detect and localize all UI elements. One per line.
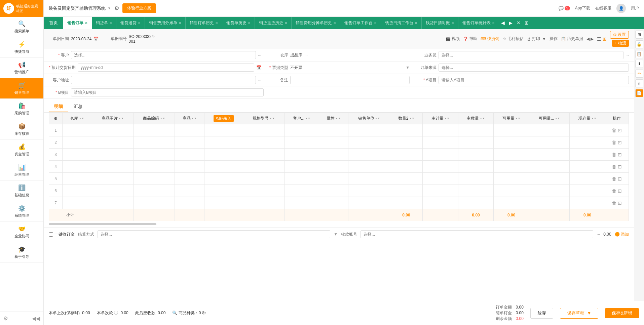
table-cell[interactable] <box>134 149 175 161</box>
table-cell[interactable] <box>92 149 133 161</box>
table-cell[interactable] <box>319 136 348 149</box>
a-project-input[interactable] <box>439 76 629 84</box>
table-cell[interactable] <box>423 149 458 161</box>
detail-tab-汇总[interactable]: 汇总 <box>68 101 88 112</box>
delete-row-icon[interactable]: 🗑 <box>612 128 616 133</box>
table-cell[interactable] <box>204 173 243 185</box>
sort-icons[interactable]: ▲▼ <box>515 117 521 120</box>
table-cell[interactable] <box>63 149 92 161</box>
table-cell[interactable] <box>570 197 605 209</box>
table-cell[interactable] <box>285 149 319 161</box>
table-cell[interactable] <box>92 197 133 209</box>
table-cell[interactable] <box>175 173 204 185</box>
col-header-属性[interactable]: 属性▲▼ <box>319 113 348 124</box>
nav-tab-close[interactable]: ✕ <box>333 21 336 25</box>
table-cell[interactable] <box>285 185 319 197</box>
table-cell[interactable] <box>348 124 390 136</box>
table-cell[interactable] <box>175 124 204 136</box>
table-cell[interactable] <box>494 197 529 209</box>
row-action[interactable]: 🗑⊡ <box>605 149 629 161</box>
nav-tab-close[interactable]: ✕ <box>451 21 454 25</box>
table-cell[interactable] <box>529 173 569 185</box>
settings-gear-icon[interactable]: ⚙ <box>114 5 119 11</box>
table-cell[interactable] <box>243 197 284 209</box>
sort-icons[interactable]: ▲▼ <box>305 117 310 120</box>
nav-tab-close[interactable]: ✕ <box>109 21 112 25</box>
shortcut-btn[interactable]: ⌨快捷键 <box>481 36 499 42</box>
table-cell[interactable] <box>423 136 458 149</box>
order-source-input[interactable] <box>439 64 629 72</box>
sort-icons[interactable]: ▲▼ <box>409 117 414 120</box>
next-page-icon[interactable]: ▶ <box>591 37 594 41</box>
table-cell[interactable] <box>92 173 133 185</box>
nav-tab-销货退货历史[interactable]: 销货退货历史 ✕ <box>255 17 292 29</box>
detail-tab-明细[interactable]: 明细 <box>49 101 68 112</box>
system-title-bar[interactable]: 装备及固定资产辅助管理系统 ▼ <box>49 5 111 11</box>
settlement-dropdown-icon[interactable]: ▼ <box>334 232 338 237</box>
one-click-settlement-label[interactable]: 一键收订金 <box>49 232 75 237</box>
sort-icons[interactable]: ▲▼ <box>335 117 341 120</box>
nav-tab-close[interactable]: ✕ <box>374 21 377 25</box>
table-cell[interactable] <box>348 149 390 161</box>
nav-tab-销货单历史[interactable]: 销货单历史 ✕ <box>222 17 255 29</box>
invoice-dropdown-arrow[interactable]: ▼ <box>406 65 410 70</box>
table-cell[interactable] <box>529 149 569 161</box>
table-cell[interactable] <box>458 161 494 173</box>
sidebar-item-基础信息[interactable]: ℹ️基础信息 <box>0 181 43 201</box>
table-cell[interactable] <box>134 161 175 173</box>
nav-tab-home[interactable]: 首页 <box>44 17 63 29</box>
customer-dots[interactable]: ··· <box>258 53 261 57</box>
sidebar-item-采购管理[interactable]: 🛍️采购管理 <box>0 99 43 119</box>
col-header-主计量[interactable]: 主计量▲▼ <box>423 113 458 124</box>
message-area[interactable]: 💬 9 <box>559 6 570 11</box>
table-cell[interactable] <box>63 124 92 136</box>
table-cell[interactable] <box>204 185 243 197</box>
table-cell[interactable] <box>319 173 348 185</box>
nav-tab-销货单[interactable]: 销货单 ✕ <box>92 17 116 29</box>
col-header-可用量[interactable]: 可用量▲▼ <box>494 113 529 124</box>
table-cell[interactable] <box>423 197 458 209</box>
row-action[interactable]: 🗑⊡ <box>605 173 629 185</box>
table-cell[interactable] <box>63 173 92 185</box>
current-info-icon[interactable]: ⓘ <box>114 311 118 315</box>
table-cell[interactable] <box>494 124 529 136</box>
sidebar-item-经营管理[interactable]: 📊经营管理 <box>0 160 43 181</box>
profit-forecast-btn[interactable]: ☆毛利预估 <box>503 36 524 42</box>
table-cell[interactable] <box>348 185 390 197</box>
sidebar-item-库存核算[interactable]: 📦库存核算 <box>0 119 43 140</box>
table-cell[interactable] <box>319 161 348 173</box>
col-header-商品图片[interactable]: 商品图片▲▼ <box>92 113 133 124</box>
table-cell[interactable] <box>63 185 92 197</box>
table-cell[interactable] <box>319 197 348 209</box>
nav-tab-close[interactable]: ✕ <box>215 21 218 25</box>
table-cell[interactable] <box>63 197 92 209</box>
table-cell[interactable] <box>134 124 175 136</box>
copy-row-icon[interactable]: ⊡ <box>618 176 622 181</box>
table-cell[interactable] <box>134 185 175 197</box>
row-action[interactable]: 🗑⊡ <box>605 185 629 197</box>
table-cell[interactable] <box>423 124 458 136</box>
table-cell[interactable] <box>458 124 494 136</box>
copy-row-icon[interactable]: ⊡ <box>618 188 622 194</box>
copy-row-icon[interactable]: ⊡ <box>618 140 622 145</box>
copy-row-icon[interactable]: ⊡ <box>618 200 622 206</box>
nav-tab-close[interactable]: ✕ <box>179 21 181 25</box>
col-header-仓库[interactable]: 仓库▲▼ <box>63 113 92 124</box>
nav-tab-销售费用分摊单历史[interactable]: 销售费用分摊单历史 ✕ <box>292 17 340 29</box>
sidebar-item-新手引导[interactable]: 🎓新手引导 <box>0 242 43 263</box>
sidebar-item-资金管理[interactable]: 💰资金管理 <box>0 140 43 160</box>
scan-btn[interactable]: 扫码录入 <box>214 115 234 122</box>
nav-tab-close[interactable]: ✕ <box>85 21 87 25</box>
grid-view-icon[interactable]: ⊞ <box>603 36 607 42</box>
table-cell[interactable] <box>529 136 569 149</box>
col-header-数量2[interactable]: 数量2▲▼ <box>390 113 423 124</box>
table-cell[interactable] <box>175 185 204 197</box>
print-btn[interactable]: 🖨打印▼ <box>527 36 546 42</box>
online-service-link[interactable]: 在线客服 <box>595 5 611 11</box>
calendar-icon[interactable]: 📅 <box>93 37 99 41</box>
nav-arrow-1[interactable]: ▶ <box>507 20 515 26</box>
delete-row-icon[interactable]: 🗑 <box>612 140 616 145</box>
table-cell[interactable] <box>204 197 243 209</box>
list-view-icon[interactable]: ☰ <box>597 36 601 42</box>
sort-icons[interactable]: ▲▼ <box>480 117 485 120</box>
